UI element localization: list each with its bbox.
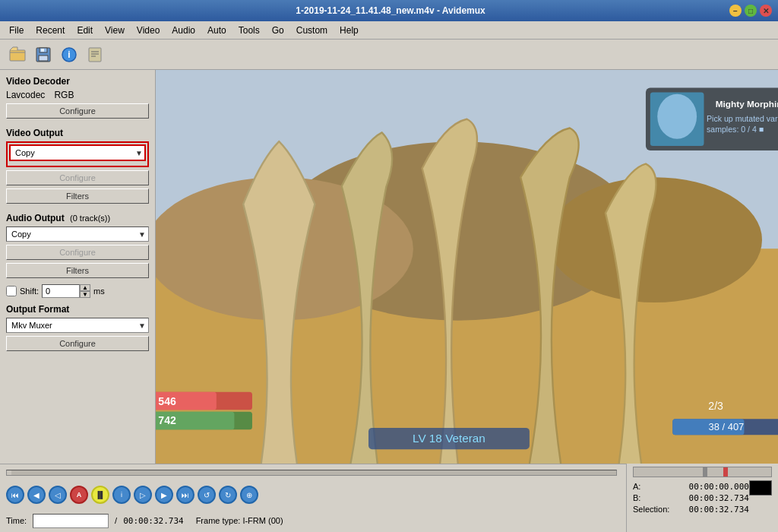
- toolbar: i: [0, 40, 778, 70]
- video-decoder-labels: Lavcodec RGB: [6, 90, 149, 100]
- current-time-input[interactable]: 00:00:00.016: [33, 514, 109, 528]
- prev-frame-button[interactable]: ◀: [27, 486, 46, 504]
- total-time: 00:00:32.734: [123, 516, 183, 526]
- mini-timeline: [633, 467, 772, 477]
- svg-text:i: i: [68, 49, 70, 60]
- play-back-button[interactable]: ◁: [49, 486, 67, 504]
- output-format-configure[interactable]: Configure: [6, 336, 149, 351]
- b-time-row: B: 00:00:32.734: [633, 493, 749, 503]
- video-output-highlighted: Copy x264 x265 MPEG-4 AVC ▼: [6, 141, 149, 167]
- svg-text:742: 742: [158, 414, 176, 426]
- svg-rect-4: [41, 49, 44, 52]
- shift-label: Shift:: [20, 287, 39, 296]
- output-format-title: Output Format: [6, 304, 149, 315]
- shift-down-button[interactable]: ▼: [80, 291, 90, 298]
- audio-output-select[interactable]: Copy AAC MP3: [6, 226, 149, 242]
- b-value: 00:00:32.734: [689, 493, 749, 503]
- video-output-select[interactable]: Copy x264 x265 MPEG-4 AVC: [9, 144, 146, 161]
- next-frame-button[interactable]: ▶: [155, 486, 173, 504]
- menu-audio[interactable]: Audio: [166, 24, 201, 37]
- save-button[interactable]: [32, 43, 55, 66]
- extra-button[interactable]: ⊕: [240, 486, 258, 504]
- info-btn[interactable]: i: [112, 486, 131, 504]
- cut-button[interactable]: ▐▌: [91, 486, 109, 504]
- svg-text:LV 18 Veteran: LV 18 Veteran: [413, 432, 485, 445]
- audio-output-filters[interactable]: Filters: [6, 263, 149, 278]
- close-button[interactable]: ✕: [760, 5, 772, 17]
- mini-marker-red: [723, 467, 728, 477]
- colorspace-label: RGB: [54, 90, 74, 100]
- menu-view[interactable]: View: [99, 24, 131, 37]
- maximize-button[interactable]: □: [745, 5, 757, 17]
- goto-end-button[interactable]: ⏭: [176, 486, 194, 504]
- video-decoder-title: Video Decoder: [6, 76, 149, 87]
- svg-point-31: [657, 94, 697, 139]
- selection-time-row: Selection: 00:00:32.734: [633, 505, 749, 515]
- shift-spin-buttons: ▲ ▼: [80, 284, 90, 298]
- menu-tools[interactable]: Tools: [232, 24, 266, 37]
- open-button[interactable]: [6, 43, 29, 66]
- timeline-bar[interactable]: [6, 470, 617, 476]
- set-a-button[interactable]: A: [70, 486, 88, 504]
- forward-button[interactable]: ↻: [219, 486, 237, 504]
- shift-up-button[interactable]: ▲: [80, 284, 90, 291]
- shift-row: Shift: ▲ ▼ ms: [6, 284, 149, 298]
- shift-unit: ms: [93, 287, 105, 296]
- preview-color-box: [749, 480, 772, 496]
- title-bar: 1-2019-11-24_11.41.48_new.m4v - Avidemux…: [0, 0, 778, 21]
- main-content: Video Decoder Lavcodec RGB Configure Vid…: [0, 70, 778, 464]
- menu-custom[interactable]: Custom: [290, 24, 334, 37]
- a-value: 00:00:00.000: [689, 482, 749, 492]
- menu-edit[interactable]: Edit: [71, 24, 99, 37]
- shift-spinbox: ▲ ▼: [42, 284, 90, 298]
- a-time-row: A: 00:00:00.000: [633, 482, 749, 492]
- svg-text:546: 546: [158, 395, 176, 407]
- svg-text:2/3: 2/3: [708, 400, 723, 412]
- window-title: 1-2019-11-24_11.41.48_new.m4v - Avidemux: [52, 5, 729, 16]
- menu-video[interactable]: Video: [131, 24, 166, 37]
- right-time-panel: A: 00:00:00.000 B: 00:00:32.734 Selectio…: [626, 464, 778, 532]
- svg-rect-7: [89, 48, 101, 62]
- menu-auto[interactable]: Auto: [201, 24, 232, 37]
- svg-text:Mighty Morphin': Mighty Morphin': [716, 99, 778, 109]
- title-bar-controls: − □ ✕: [729, 5, 772, 17]
- audio-output-title: Audio Output (0 track(s)): [6, 213, 149, 223]
- codec-label: Lavcodec: [6, 90, 45, 100]
- output-format-select[interactable]: Mkv Muxer MP4 Muxer AVI: [6, 318, 149, 333]
- b-label: B:: [633, 493, 640, 503]
- time-label: Time:: [6, 516, 27, 525]
- menu-help[interactable]: Help: [334, 24, 365, 37]
- svg-text:samples: 0 / 4 ■: samples: 0 / 4 ■: [707, 125, 764, 134]
- info-button[interactable]: i: [58, 43, 81, 66]
- video-output-configure[interactable]: Configure: [6, 170, 149, 185]
- shift-checkbox[interactable]: [6, 286, 17, 296]
- output-format-select-wrap: Mkv Muxer MP4 Muxer AVI ▼: [6, 318, 149, 333]
- time-separator: /: [115, 516, 117, 525]
- goto-start-button[interactable]: ⏮: [6, 486, 24, 504]
- menu-file[interactable]: File: [3, 24, 30, 37]
- menu-bar: File Recent Edit View Video Audio Auto T…: [0, 21, 778, 40]
- video-area: 546 + 742 LV 18 Veteran 2/3 38 / 407 Mig…: [156, 70, 778, 464]
- rewind-button[interactable]: ↺: [198, 486, 216, 504]
- svg-rect-0: [10, 50, 25, 61]
- a-label: A:: [633, 482, 640, 492]
- audio-output-select-wrap: Copy AAC MP3 ▼: [6, 226, 149, 242]
- selection-value: 00:00:32.734: [689, 505, 749, 515]
- game-scene: 546 + 742 LV 18 Veteran 2/3 38 / 407 Mig…: [156, 70, 778, 464]
- video-output-filters[interactable]: Filters: [6, 188, 149, 204]
- menu-go[interactable]: Go: [266, 24, 290, 37]
- minimize-button[interactable]: −: [729, 5, 742, 17]
- audio-output-configure[interactable]: Configure: [6, 245, 149, 260]
- svg-text:38 / 407: 38 / 407: [709, 421, 745, 432]
- svg-text:Pick up mutated varkid: Pick up mutated varkid: [707, 114, 778, 123]
- video-decoder-configure[interactable]: Configure: [6, 103, 149, 119]
- play-forward-button[interactable]: ▷: [134, 486, 152, 504]
- video-output-select-wrap: Copy x264 x265 MPEG-4 AVC ▼: [9, 144, 146, 161]
- script-button[interactable]: [84, 43, 106, 66]
- selection-label: Selection:: [633, 505, 669, 515]
- left-panel: Video Decoder Lavcodec RGB Configure Vid…: [0, 70, 156, 464]
- mini-marker: [703, 467, 707, 477]
- video-output-title: Video Output: [6, 128, 149, 138]
- menu-recent[interactable]: Recent: [30, 24, 71, 37]
- shift-input[interactable]: [42, 284, 80, 298]
